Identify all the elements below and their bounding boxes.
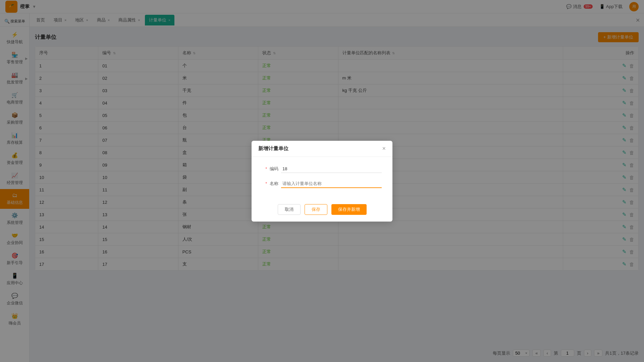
save-add-button[interactable]: 保存并新增 (331, 204, 367, 215)
cancel-button[interactable]: 取消 (278, 204, 301, 215)
form-row-name: * 名称 (262, 180, 382, 188)
name-input[interactable] (281, 180, 382, 188)
add-unit-modal: 新增计量单位 × * 编码 * 名称 取消 保存 保存并新增 (252, 141, 392, 222)
modal-body: * 编码 * 名称 (252, 157, 392, 200)
save-button[interactable]: 保存 (305, 204, 327, 215)
form-row-code: * 编码 (262, 165, 382, 173)
code-input[interactable] (281, 165, 382, 173)
modal-close-btn[interactable]: × (382, 145, 386, 152)
modal-overlay[interactable]: 新增计量单位 × * 编码 * 名称 取消 保存 保存并新增 (0, 0, 644, 362)
form-label-code: * 编码 (262, 166, 278, 172)
modal-header: 新增计量单位 × (252, 141, 392, 157)
modal-footer: 取消 保存 保存并新增 (252, 200, 392, 222)
form-label-name: * 名称 (262, 181, 278, 187)
required-asterisk: * (265, 181, 267, 186)
required-asterisk: * (265, 166, 267, 171)
modal-title: 新增计量单位 (258, 145, 288, 152)
